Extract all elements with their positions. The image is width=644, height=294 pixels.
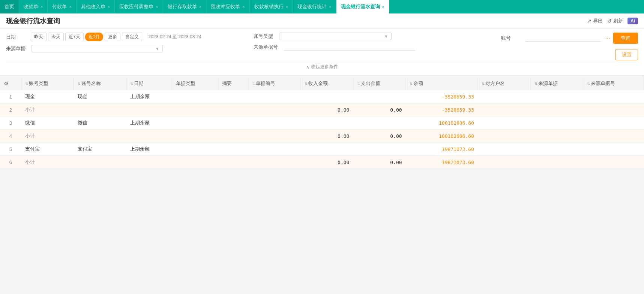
col-account-name[interactable]: ⇅账号名称 (74, 77, 126, 90)
cell-summary (218, 130, 248, 143)
cash-flow-label: 现金银行流水查询 (341, 3, 380, 10)
cell-date: 上期余额 (126, 143, 172, 156)
nav-tab-cash-stat[interactable]: 现金银行统计 × (293, 0, 336, 13)
cell-num: 6 (0, 156, 21, 169)
collapse-bar[interactable]: ∧ 收起更多条件 (6, 62, 638, 72)
data-table: ⚙ ⇅账号类型 ⇅账号名称 ⇅日期 单据类型 摘要 ⇅单据编号 ⇅收入金额 ⇅支… (0, 77, 644, 169)
nav-tab-payment[interactable]: 付款单 × (48, 0, 76, 13)
source-doc-label: 来源单据 (6, 45, 26, 52)
cell-expense: 0.00 (353, 103, 405, 116)
cell-source-doc-no (583, 116, 644, 130)
more-dots-icon[interactable]: ··· (605, 35, 610, 42)
nav-tab-cash-flow[interactable]: 现金银行流水查询 × (336, 0, 389, 13)
cell-summary (218, 103, 248, 116)
table-row: 2小计0.000.00-3528659.33 (0, 103, 644, 116)
ai-badge[interactable]: Ai (627, 18, 638, 24)
prepaid-label: 预收冲应收单 (211, 3, 240, 10)
date-btn-yesterday[interactable]: 昨天 (31, 33, 47, 41)
close-icon[interactable]: × (382, 4, 384, 9)
col-summary[interactable]: 摘要 (218, 77, 248, 90)
account-type-label: 账号类型 (254, 33, 273, 40)
table-row: 3微信微信上期余额100102606.60 (0, 116, 644, 130)
close-icon[interactable]: × (242, 4, 245, 9)
table-row: 1现金现金上期余额-3528659.33 (0, 90, 644, 103)
cell-income (300, 90, 353, 103)
cell-source-doc-no (583, 143, 644, 156)
date-btn-custom[interactable]: 自定义 (122, 33, 142, 41)
cash-stat-label: 现金银行统计 (297, 3, 327, 10)
nav-tab-receipt[interactable]: 收款单 × (19, 0, 48, 13)
sort-icon: ⇅ (410, 82, 413, 86)
cell-counterparty (478, 143, 530, 156)
sort-icon: ⇅ (357, 82, 360, 86)
cell-source-doc-no (583, 90, 644, 103)
sort-icon: ⇅ (305, 82, 308, 86)
cell-income: 0.00 (300, 156, 353, 169)
cell-num: 4 (0, 130, 21, 143)
date-btn-1month[interactable]: 近1月 (85, 33, 104, 41)
close-icon[interactable]: × (69, 4, 71, 9)
close-icon[interactable]: × (41, 4, 43, 9)
bank-label: 银行存取款单 (168, 3, 197, 10)
cell-account-type: 支付宝 (21, 143, 74, 156)
cell-doc-no (248, 90, 300, 103)
col-expense[interactable]: ⇅支出金额 (353, 77, 405, 90)
date-btn-today[interactable]: 今天 (48, 33, 64, 41)
source-doc-no-input[interactable] (284, 44, 415, 49)
cell-source-doc-no (583, 156, 644, 169)
filter-area: 日期 昨天 今天 近7天 近1月 更多 自定义 2023-02-24 至 202… (0, 29, 644, 76)
gear-icon: ⚙ (4, 81, 9, 87)
account-no-label: 账号 (501, 35, 520, 42)
cell-doc-type (172, 143, 218, 156)
cell-doc-no (248, 156, 300, 169)
col-balance[interactable]: ⇅余额 (406, 77, 478, 90)
col-source-doc-no[interactable]: ⇅来源单据号 (583, 77, 644, 90)
cell-counterparty (478, 130, 530, 143)
date-btn-7days[interactable]: 近7天 (65, 33, 84, 41)
nav-tab-bank[interactable]: 银行存取款单 × (163, 0, 206, 13)
close-icon[interactable]: × (156, 4, 158, 9)
nav-tab-verify[interactable]: 收款核销执行 × (250, 0, 293, 13)
close-icon[interactable]: × (286, 4, 288, 9)
source-doc-select[interactable]: ▼ (32, 45, 163, 52)
refresh-icon: ↺ (607, 18, 612, 24)
cell-balance: 100102606.60 (406, 130, 478, 143)
col-account-type[interactable]: ⇅账号类型 (21, 77, 74, 90)
col-doc-no[interactable]: ⇅单据编号 (248, 77, 300, 90)
col-counterparty[interactable]: ⇅对方户名 (478, 77, 530, 90)
col-income[interactable]: ⇅收入金额 (300, 77, 353, 90)
nav-tab-other-income[interactable]: 其他收入单 × (77, 0, 115, 13)
cell-account-type: 小计 (21, 130, 74, 143)
cell-account-type: 现金 (21, 90, 74, 103)
col-date[interactable]: ⇅日期 (126, 77, 172, 90)
cell-source-doc (530, 116, 583, 130)
nav-tab-home[interactable]: 首页 (0, 0, 19, 13)
cell-income: 0.00 (300, 103, 353, 116)
receipt-label: 收款单 (24, 3, 38, 10)
col-doc-type[interactable]: 单据类型 (172, 77, 218, 90)
cell-counterparty (478, 116, 530, 130)
cell-date (126, 156, 172, 169)
close-icon[interactable]: × (108, 4, 110, 9)
date-btn-more[interactable]: 更多 (105, 33, 120, 41)
cell-source-doc-no (583, 130, 644, 143)
query-button[interactable]: 查询 (613, 33, 638, 44)
cell-account-name (74, 156, 126, 169)
account-no-input[interactable] (526, 35, 601, 40)
nav-tab-prepaid[interactable]: 预收冲应收单 × (206, 0, 249, 13)
cell-summary (218, 143, 248, 156)
export-button[interactable]: ↗ 导出 (587, 18, 603, 24)
close-icon[interactable]: × (329, 4, 331, 9)
cell-doc-no (248, 130, 300, 143)
col-source-doc[interactable]: ⇅来源单据 (530, 77, 583, 90)
collapse-label: 收起更多条件 (311, 64, 338, 70)
nav-tab-ar-ap[interactable]: 应收应付调整单 × (115, 0, 163, 13)
close-icon[interactable]: × (199, 4, 201, 9)
page-title: 现金银行流水查询 (6, 16, 60, 25)
account-type-select[interactable]: ▼ (279, 33, 392, 40)
settings-button[interactable]: 设置 (615, 49, 638, 60)
date-range-display: 2023-02-24 至 2023-03-24 (148, 34, 201, 40)
date-label: 日期 (6, 34, 25, 40)
col-gear[interactable]: ⚙ (0, 77, 21, 90)
refresh-button[interactable]: ↺ 刷新 (607, 18, 623, 24)
